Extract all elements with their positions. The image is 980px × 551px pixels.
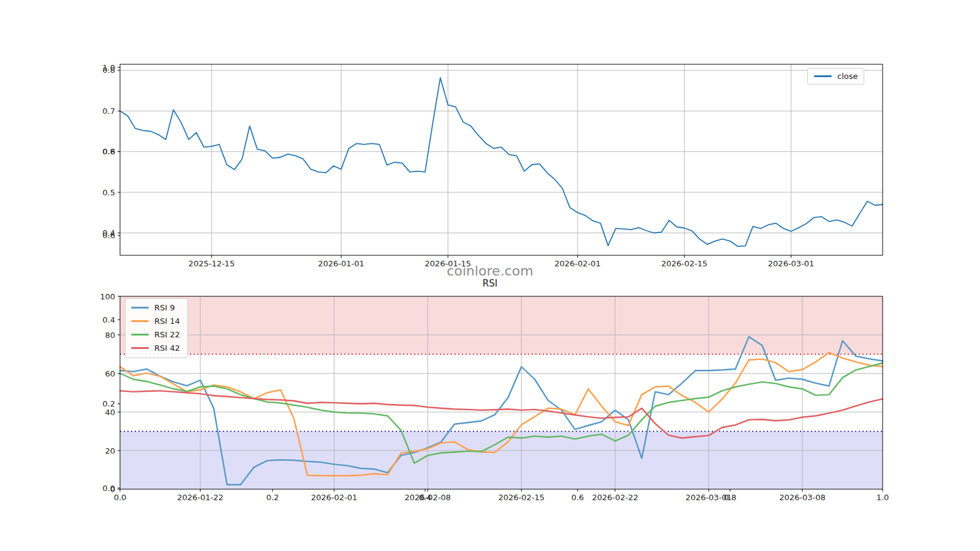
y-tick-label: 0.5 (102, 188, 115, 197)
y-tick-label: 60 (105, 369, 115, 378)
x-tick-label: 2026-01-22 (177, 493, 224, 502)
x-tick-label: 2026-03-08 (779, 493, 826, 502)
overlay-x-tick-label: 0.6 (571, 493, 584, 502)
overlay-x-tick-label: 0.0 (114, 493, 127, 502)
price-plot-border (120, 64, 883, 255)
figure-canvas: 0.40.50.60.70.82025-12-152026-01-012026-… (0, 0, 980, 551)
overlay-y-tick-label: 0.6 (102, 231, 115, 240)
rsi14-line-sample-icon (131, 320, 149, 322)
x-tick-label: 2026-02-01 (311, 493, 358, 502)
overlay-x-tick-label: 0.2 (266, 493, 279, 502)
rsi-legend: RSI 9 RSI 14 RSI 22 RSI 42 (125, 298, 188, 358)
y-tick-label: 40 (105, 408, 115, 417)
rsi-legend-row: RSI 22 (131, 330, 180, 339)
x-tick-label: 2026-02-22 (592, 493, 638, 502)
overlay-x-tick-label: 1.0 (876, 493, 889, 502)
rsi-legend-row: RSI 42 (131, 343, 180, 353)
y-tick-label: 0.7 (102, 107, 115, 116)
rsi22-line-sample-icon (131, 334, 149, 335)
price-legend-label: close (837, 72, 858, 81)
rsi-legend-row: RSI 14 (131, 317, 180, 326)
rsi-legend-row: RSI 9 (131, 303, 175, 312)
overlay-y-tick-label: 0.8 (102, 147, 115, 156)
overlay-y-tick-label: 0.0 (102, 484, 115, 493)
series-line-close (120, 78, 883, 247)
rsi-band (120, 296, 883, 354)
rsi22-legend-label: RSI 22 (154, 330, 180, 339)
rsi14-legend-label: RSI 14 (154, 317, 180, 326)
rsi-chart-title: RSI (0, 278, 980, 289)
overlay-y-tick-label: 1.0 (102, 63, 115, 72)
y-tick-label: 20 (105, 446, 115, 455)
rsi42-line-sample-icon (131, 347, 149, 349)
y-tick-label: 100 (100, 292, 115, 301)
x-tick-label: 2026-02-15 (498, 493, 545, 502)
rsi42-legend-label: RSI 42 (154, 343, 180, 353)
price-legend: close (807, 68, 864, 84)
rsi-band (120, 432, 883, 490)
y-tick-label: 80 (105, 331, 115, 340)
rsi9-legend-label: RSI 9 (154, 303, 175, 312)
overlay-x-tick-label: 0.4 (419, 493, 432, 502)
rsi9-line-sample-icon (131, 307, 149, 309)
overlay-x-tick-label: 0.8 (724, 493, 737, 502)
watermark: coinlore.com (0, 263, 980, 279)
overlay-y-tick-label: 0.2 (102, 399, 115, 408)
overlay-y-tick-label: 0.4 (102, 315, 115, 324)
close-line-sample-icon (814, 75, 832, 77)
